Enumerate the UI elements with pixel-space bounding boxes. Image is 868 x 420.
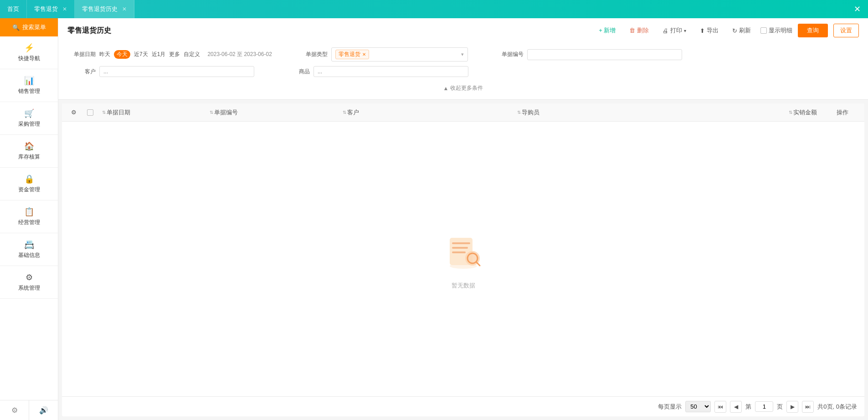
search-icon: 🔍 bbox=[12, 24, 20, 31]
sidebar-item-finance[interactable]: 🔒 资金管理 bbox=[0, 168, 58, 200]
refresh-icon: ↻ bbox=[732, 27, 737, 34]
operations-icon: 📋 bbox=[24, 207, 34, 217]
display-detail-checkbox[interactable]: 显示明细 bbox=[760, 26, 792, 35]
sort-icon-no: ⇅ bbox=[210, 110, 213, 115]
sidebar-item-inventory[interactable]: 🏠 库存核算 bbox=[0, 135, 58, 168]
header-checkbox[interactable] bbox=[87, 109, 93, 116]
sidebar-settings-btn[interactable]: ⚙ bbox=[0, 400, 29, 420]
sidebar: 🔍 搜索菜单 ⚡ 快捷导航 📊 销售管理 🛒 采购管理 🏠 库存核算 🔒 资金管… bbox=[0, 18, 58, 420]
sidebar-search[interactable]: 🔍 搜索菜单 bbox=[0, 18, 58, 36]
type-tag: 零售退货 ✕ bbox=[335, 50, 369, 59]
checkbox-icon[interactable] bbox=[760, 27, 767, 34]
tab-retail-return-close[interactable]: ✕ bbox=[62, 6, 67, 12]
col-amount[interactable]: ⇅ 实销金额 bbox=[729, 108, 821, 117]
goods-input[interactable] bbox=[313, 66, 468, 77]
collapse-bar[interactable]: ▲ 收起更多条件 bbox=[67, 82, 859, 95]
svg-rect-3 bbox=[452, 247, 468, 249]
last-page-btn[interactable]: ⏭ bbox=[802, 401, 814, 413]
shortcut-more[interactable]: 更多 bbox=[169, 51, 180, 58]
sidebar-bottom: ⚙ 🔊 bbox=[0, 400, 58, 420]
shortcut-1month[interactable]: 近1月 bbox=[152, 51, 166, 58]
tab-home[interactable]: 首页 bbox=[0, 0, 27, 18]
sidebar-item-purchase[interactable]: 🛒 采购管理 bbox=[0, 102, 58, 135]
sort-icon-date: ⇅ bbox=[102, 110, 106, 115]
top-tabs: 首页 零售退货 ✕ 零售退货历史 ✕ bbox=[0, 0, 847, 18]
col-date[interactable]: ⇅ 单据日期 bbox=[98, 108, 206, 117]
sidebar-item-base-info[interactable]: 📇 基础信息 bbox=[0, 233, 58, 266]
col-check[interactable] bbox=[82, 109, 98, 116]
total-info: 共0页, 0条记录 bbox=[817, 403, 857, 411]
refresh-button[interactable]: ↻ 刷新 bbox=[728, 24, 755, 37]
pagination-bar: 每页显示 20 50 100 200 ⏮ ◀ 第 页 ▶ ⏭ 共0页, 0条记录 bbox=[62, 396, 864, 416]
main-layout: 🔍 搜索菜单 ⚡ 快捷导航 📊 销售管理 🛒 采购管理 🏠 库存核算 🔒 资金管… bbox=[0, 18, 868, 420]
customer-input[interactable] bbox=[99, 66, 254, 77]
no-label: 单据编号 bbox=[495, 51, 527, 58]
col-gear[interactable]: ⚙ bbox=[66, 109, 82, 116]
sidebar-item-sales[interactable]: 📊 销售管理 bbox=[0, 69, 58, 102]
col-no[interactable]: ⇅ 单据编号 bbox=[206, 108, 339, 117]
col-guide[interactable]: ⇅ 导购员 bbox=[514, 108, 646, 117]
page-size-label: 每页显示 bbox=[658, 403, 682, 411]
goods-label: 商品 bbox=[282, 68, 313, 76]
next-page-btn[interactable]: ▶ bbox=[786, 401, 798, 413]
setting-button[interactable]: 设置 bbox=[833, 24, 859, 37]
filter-row-customer: 客户 商品 bbox=[67, 66, 859, 77]
page-header: 零售退货历史 + 新增 🗑 删除 🖨 打印 ▾ ⬆ 导出 ↻ bbox=[58, 18, 868, 100]
add-button[interactable]: + 新增 bbox=[595, 24, 620, 37]
filter-area: 单据日期 昨天 今天 近7天 近1月 更多 自定义 2023-06-02 至 2… bbox=[67, 43, 859, 99]
sort-icon-amount: ⇅ bbox=[789, 110, 792, 115]
print-arrow-icon: ▾ bbox=[684, 28, 686, 33]
empty-icon bbox=[441, 229, 486, 276]
delete-button[interactable]: 🗑 删除 bbox=[625, 24, 653, 37]
table-header: ⚙ ⇅ 单据日期 ⇅ 单据编号 ⇅ 客户 ⇅ bbox=[62, 103, 864, 122]
type-selector[interactable]: 零售退货 ✕ ▾ bbox=[331, 47, 468, 61]
page-input[interactable] bbox=[755, 401, 773, 412]
sort-icon-customer: ⇅ bbox=[343, 110, 346, 115]
sidebar-item-operations[interactable]: 📋 经营管理 bbox=[0, 200, 58, 233]
query-button[interactable]: 查询 bbox=[798, 24, 828, 37]
sort-icon-guide: ⇅ bbox=[517, 110, 521, 115]
tab-retail-return[interactable]: 零售退货 ✕ bbox=[27, 0, 75, 18]
export-button[interactable]: ⬆ 导出 bbox=[696, 24, 723, 37]
print-button[interactable]: 🖨 打印 ▾ bbox=[658, 24, 690, 37]
no-input[interactable] bbox=[527, 49, 682, 60]
date-shortcuts: 昨天 今天 近7天 近1月 更多 自定义 2023-06-02 至 2023-0… bbox=[99, 50, 272, 59]
shortcut-yesterday[interactable]: 昨天 bbox=[99, 51, 110, 58]
type-tag-close[interactable]: ✕ bbox=[362, 52, 366, 57]
type-dropdown-icon: ▾ bbox=[461, 51, 464, 57]
sales-icon: 📊 bbox=[24, 76, 34, 86]
finance-icon: 🔒 bbox=[24, 174, 34, 184]
quick-nav-icon: ⚡ bbox=[24, 43, 34, 53]
collapse-up-icon: ▲ bbox=[443, 85, 449, 92]
type-label: 单据类型 bbox=[299, 51, 331, 58]
toolbar: + 新增 🗑 删除 🖨 打印 ▾ ⬆ 导出 ↻ 刷新 bbox=[595, 24, 859, 37]
col-customer[interactable]: ⇅ 客户 bbox=[339, 108, 514, 117]
page-header-top: 零售退货历史 + 新增 🗑 删除 🖨 打印 ▾ ⬆ 导出 ↻ bbox=[67, 24, 859, 37]
sidebar-volume-btn[interactable]: 🔊 bbox=[29, 400, 58, 420]
gear-icon: ⚙ bbox=[71, 109, 77, 116]
top-bar: 首页 零售退货 ✕ 零售退货历史 ✕ ✕ bbox=[0, 0, 868, 18]
filter-row-date: 单据日期 昨天 今天 近7天 近1月 更多 自定义 2023-06-02 至 2… bbox=[67, 47, 859, 61]
svg-line-7 bbox=[477, 262, 480, 266]
table-body: 暂无数据 bbox=[62, 122, 864, 396]
shortcut-today[interactable]: 今天 bbox=[114, 50, 130, 59]
content-area: 零售退货历史 + 新增 🗑 删除 🖨 打印 ▾ ⬆ 导出 ↻ bbox=[58, 18, 868, 420]
window-close-button[interactable]: ✕ bbox=[847, 4, 868, 14]
tab-retail-return-history-close[interactable]: ✕ bbox=[122, 6, 127, 12]
system-icon: ⚙ bbox=[26, 272, 33, 282]
first-page-btn[interactable]: ⏮ bbox=[714, 401, 726, 413]
prev-page-btn[interactable]: ◀ bbox=[730, 401, 742, 413]
sidebar-item-quick-nav[interactable]: ⚡ 快捷导航 bbox=[0, 36, 58, 69]
tab-retail-return-history[interactable]: 零售退货历史 ✕ bbox=[75, 0, 134, 18]
page-size-select[interactable]: 20 50 100 200 bbox=[685, 401, 711, 412]
print-icon: 🖨 bbox=[663, 27, 668, 34]
shortcut-custom[interactable]: 自定义 bbox=[184, 51, 200, 58]
table-wrapper: ⚙ ⇅ 单据日期 ⇅ 单据编号 ⇅ 客户 ⇅ bbox=[62, 103, 864, 416]
page-label: 页 bbox=[777, 403, 783, 411]
svg-rect-4 bbox=[452, 251, 466, 253]
base-info-icon: 📇 bbox=[24, 240, 34, 250]
col-action: 操作 bbox=[824, 108, 861, 117]
date-label: 单据日期 bbox=[67, 51, 99, 58]
sidebar-item-system[interactable]: ⚙ 系统管理 bbox=[0, 266, 58, 299]
shortcut-7days[interactable]: 近7天 bbox=[134, 51, 148, 58]
